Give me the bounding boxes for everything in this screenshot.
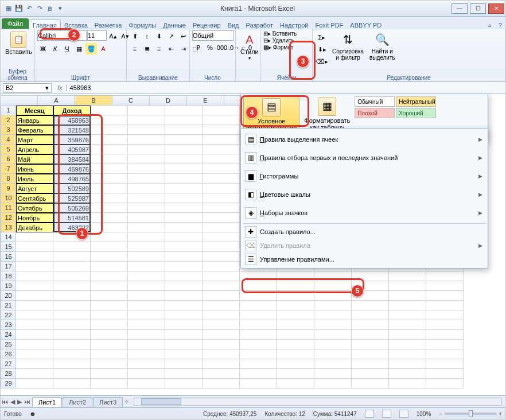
row-header[interactable]: 3 (1, 125, 16, 135)
cell[interactable] (314, 310, 352, 320)
sheet-tab-active[interactable]: Лист1 (32, 397, 62, 407)
cell[interactable] (203, 301, 240, 310)
cell[interactable] (277, 379, 314, 388)
cell[interactable] (203, 349, 240, 359)
align-right-icon[interactable]: ≡ (153, 43, 165, 55)
cell[interactable] (91, 154, 128, 164)
cell[interactable] (16, 349, 53, 359)
cell[interactable]: 502589 (53, 184, 91, 193)
cell[interactable] (203, 184, 240, 193)
cell[interactable] (128, 203, 165, 213)
cell[interactable]: Июль (16, 174, 53, 184)
cell[interactable]: Февраль (16, 125, 53, 135)
cell[interactable] (240, 271, 277, 281)
cell[interactable] (165, 223, 203, 232)
cell[interactable] (277, 320, 314, 330)
cell-style-neutral[interactable]: Нейтральный (396, 96, 436, 107)
cell[interactable] (352, 340, 389, 349)
menu-item-manage[interactable]: ☰Управление правилами... (243, 252, 486, 266)
row-header[interactable]: 17 (1, 262, 16, 271)
cell[interactable] (203, 379, 240, 388)
cell[interactable] (314, 291, 352, 301)
cell[interactable] (91, 184, 128, 193)
increase-indent-icon[interactable]: ⇥ (177, 43, 189, 55)
row-header[interactable]: 9 (1, 184, 16, 193)
cell[interactable] (389, 271, 426, 281)
number-format-select[interactable] (192, 30, 233, 41)
cell[interactable] (91, 359, 128, 369)
cell[interactable] (203, 115, 240, 125)
comma-icon[interactable]: 000 (216, 42, 228, 53)
sheet-nav-last-icon[interactable]: ⏭ (23, 398, 32, 405)
cell[interactable] (16, 281, 53, 291)
cell[interactable] (352, 330, 389, 340)
cell[interactable] (128, 106, 165, 115)
cell[interactable] (277, 281, 314, 291)
cell[interactable] (128, 125, 165, 135)
cell[interactable] (240, 291, 277, 301)
cell[interactable] (277, 359, 314, 369)
cell[interactable] (389, 281, 426, 291)
cell[interactable] (91, 281, 128, 291)
cell[interactable] (53, 359, 91, 369)
cell[interactable] (314, 340, 352, 349)
cell[interactable] (91, 330, 128, 340)
help-icon[interactable]: ? (495, 22, 505, 29)
cell[interactable] (128, 164, 165, 174)
cell[interactable] (16, 320, 53, 330)
cell[interactable]: 525987 (53, 193, 91, 203)
autosum-icon[interactable]: Σ▸ (316, 32, 328, 43)
row-header[interactable]: 6 (1, 154, 16, 164)
cell[interactable] (240, 320, 277, 330)
cell[interactable] (165, 213, 203, 223)
save-icon[interactable]: 💾 (14, 4, 24, 13)
cell[interactable] (91, 164, 128, 174)
sheet-nav-next-icon[interactable]: ▶ (16, 398, 23, 406)
cell[interactable] (53, 320, 91, 330)
cell[interactable] (165, 125, 203, 135)
cell[interactable] (91, 193, 128, 203)
cell[interactable] (165, 310, 203, 320)
row-header[interactable]: 2 (1, 115, 16, 125)
cell[interactable] (128, 242, 165, 252)
cell[interactable] (426, 271, 464, 281)
cell[interactable]: Сентябрь (16, 193, 53, 203)
cell[interactable] (91, 125, 128, 135)
sheet-nav-prev-icon[interactable]: ◀ (9, 398, 16, 406)
percent-icon[interactable]: % (204, 42, 216, 53)
view-layout-icon[interactable] (382, 410, 391, 418)
row-header[interactable]: 16 (1, 252, 16, 262)
ribbon-minimize-icon[interactable]: ▵ (485, 21, 495, 29)
cell[interactable] (426, 320, 464, 330)
cell[interactable]: 463222 (53, 223, 91, 232)
cell[interactable] (91, 252, 128, 262)
cell[interactable] (128, 135, 165, 145)
cell[interactable] (53, 310, 91, 320)
cell[interactable] (91, 213, 128, 223)
name-box[interactable]: B2▾ (3, 83, 52, 93)
cell[interactable]: 359876 (53, 135, 91, 145)
maximize-button[interactable]: ☐ (470, 3, 486, 14)
cell[interactable] (128, 193, 165, 203)
cell[interactable] (91, 174, 128, 184)
cell[interactable] (53, 252, 91, 262)
cell[interactable] (277, 349, 314, 359)
cell[interactable] (277, 301, 314, 310)
cell[interactable] (165, 262, 203, 271)
fx-icon[interactable]: fx (54, 84, 66, 91)
cell[interactable] (53, 369, 91, 379)
column-header[interactable]: B (75, 95, 112, 106)
sheet-tab[interactable]: Лист3 (93, 397, 123, 407)
cell[interactable] (91, 145, 128, 154)
preview-icon[interactable]: 🗎 (45, 4, 55, 13)
view-pagebreak-icon[interactable] (399, 410, 408, 418)
find-select-button[interactable]: 🔍 Найти и выделить (367, 30, 398, 62)
cell[interactable] (203, 291, 240, 301)
cell[interactable] (203, 135, 240, 145)
cell[interactable]: 458963 (53, 115, 91, 125)
cell[interactable]: Январь (16, 115, 53, 125)
cell[interactable] (240, 379, 277, 388)
cell[interactable] (16, 359, 53, 369)
cell[interactable] (203, 164, 240, 174)
cell-style-normal[interactable]: Обычный (355, 96, 395, 107)
